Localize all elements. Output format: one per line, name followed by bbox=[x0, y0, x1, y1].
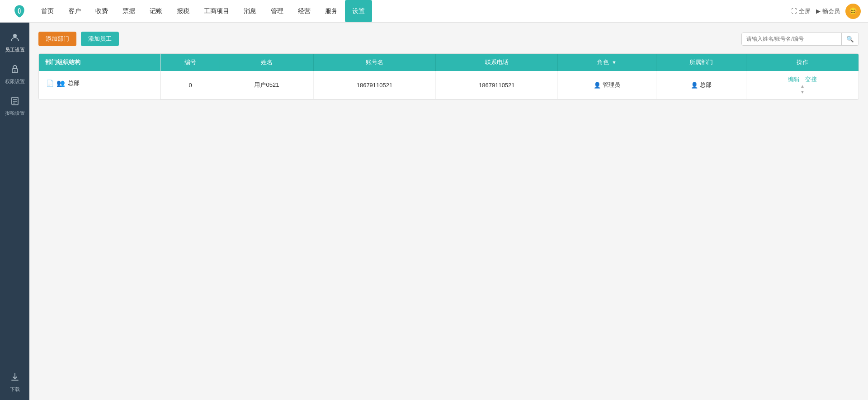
search-icon: 🔍 bbox=[846, 36, 854, 42]
member-icon: ▶ bbox=[816, 8, 821, 14]
arrow-up[interactable]: ▲ bbox=[800, 84, 805, 89]
member-label: 畅会员 bbox=[822, 7, 840, 15]
col-phone: 联系电话 bbox=[436, 54, 558, 71]
nav-invoice[interactable]: 票据 bbox=[115, 0, 142, 22]
nav-billing[interactable]: 收费 bbox=[88, 0, 115, 22]
col-actions: 操作 bbox=[746, 54, 859, 71]
department-tree: 部门组织结构 📄 👥 总部 bbox=[39, 54, 161, 99]
transfer-link[interactable]: 交接 bbox=[805, 76, 817, 83]
nav-business[interactable]: 工商项目 bbox=[197, 0, 236, 22]
cell-phone: 18679110521 bbox=[436, 71, 558, 99]
table-header-row: 编号 姓名 账号名 联系电话 角色 ▼ 所属部门 操作 bbox=[161, 54, 859, 71]
search-bar: 🔍 bbox=[741, 33, 859, 46]
dept-user-icon: 👥 bbox=[57, 79, 65, 87]
role-user-icon: 👤 bbox=[594, 82, 601, 89]
edit-link[interactable]: 编辑 bbox=[788, 76, 800, 83]
person-icon bbox=[10, 33, 20, 45]
sidebar: 员工设置 权限设置 报税设置 下载 bbox=[0, 23, 29, 400]
employee-table: 编号 姓名 账号名 联系电话 角色 ▼ 所属部门 操作 0用户052118679… bbox=[161, 54, 859, 99]
download-icon bbox=[10, 372, 20, 384]
fullscreen-icon: ⛶ bbox=[791, 8, 797, 14]
scroll-arrows: ▲ ▼ bbox=[752, 84, 853, 94]
svg-point-0 bbox=[13, 34, 17, 38]
sidebar-item-permissions-label: 权限设置 bbox=[5, 78, 25, 85]
sidebar-item-taxsettings-label: 报税设置 bbox=[5, 110, 25, 117]
nav-items: 首页 客户 收费 票据 记账 报税 工商项目 消息 管理 经营 服务 设置 bbox=[34, 0, 791, 22]
filter-icon[interactable]: ▼ bbox=[612, 60, 617, 65]
dept-tree-body: 📄 👥 总部 bbox=[39, 71, 160, 95]
report-icon bbox=[10, 96, 20, 108]
fullscreen-label: 全屏 bbox=[799, 7, 811, 15]
col-dept: 所属部门 bbox=[656, 54, 746, 71]
nav-right-actions: ⛶ 全屏 ▶ 畅会员 😊 bbox=[791, 4, 868, 19]
col-role[interactable]: 角色 ▼ bbox=[558, 54, 656, 71]
search-button[interactable]: 🔍 bbox=[841, 33, 859, 45]
search-input[interactable] bbox=[742, 33, 841, 45]
employee-table-wrapper: 编号 姓名 账号名 联系电话 角色 ▼ 所属部门 操作 0用户052118679… bbox=[161, 54, 859, 99]
col-name: 姓名 bbox=[220, 54, 314, 71]
sidebar-item-permissions[interactable]: 权限设置 bbox=[0, 59, 29, 90]
nav-home[interactable]: 首页 bbox=[34, 0, 61, 22]
col-account: 账号名 bbox=[313, 54, 435, 71]
sidebar-item-employee[interactable]: 员工设置 bbox=[0, 27, 29, 59]
cell-id: 0 bbox=[161, 71, 220, 99]
member-button[interactable]: ▶ 畅会员 bbox=[816, 7, 840, 15]
nav-message[interactable]: 消息 bbox=[236, 0, 264, 22]
main-content: 添加部门 添加员工 🔍 部门组织结构 📄 👥 总部 bbox=[29, 23, 868, 400]
table-row: 0用户05211867911052118679110521👤管理员👤总部 编辑 … bbox=[161, 71, 859, 99]
nav-tax[interactable]: 报税 bbox=[170, 0, 197, 22]
action-bar: 添加部门 添加员工 🔍 bbox=[38, 32, 859, 46]
content-panel: 部门组织结构 📄 👥 总部 编号 姓名 账号名 联系电话 bbox=[38, 53, 859, 100]
nav-customer[interactable]: 客户 bbox=[61, 0, 88, 22]
dept-root-label: 总部 bbox=[68, 79, 80, 87]
top-navigation: 首页 客户 收费 票据 记账 报税 工商项目 消息 管理 经营 服务 设置 ⛶ … bbox=[0, 0, 868, 23]
cell-name: 用户0521 bbox=[220, 71, 314, 99]
sidebar-item-download-label: 下载 bbox=[10, 386, 20, 393]
file-icon: 📄 bbox=[46, 80, 54, 87]
nav-operation[interactable]: 经营 bbox=[291, 0, 318, 22]
avatar-icon: 😊 bbox=[849, 7, 858, 15]
dept-user-icon: 👤 bbox=[691, 82, 698, 89]
logo bbox=[5, 3, 34, 19]
cell-role: 👤管理员 bbox=[558, 71, 656, 99]
nav-service[interactable]: 服务 bbox=[318, 0, 345, 22]
nav-accounting[interactable]: 记账 bbox=[142, 0, 170, 22]
sidebar-item-taxsettings[interactable]: 报税设置 bbox=[0, 90, 29, 122]
add-employee-button[interactable]: 添加员工 bbox=[81, 32, 119, 46]
svg-point-2 bbox=[14, 71, 15, 72]
dept-tree-header: 部门组织结构 bbox=[39, 54, 160, 71]
cell-dept: 👤总部 bbox=[656, 71, 746, 99]
fullscreen-button[interactable]: ⛶ 全屏 bbox=[791, 7, 811, 15]
cell-actions: 编辑 交接 ▲ ▼ bbox=[746, 71, 859, 99]
cell-account: 18679110521 bbox=[313, 71, 435, 99]
lock-icon bbox=[10, 64, 20, 76]
add-department-button[interactable]: 添加部门 bbox=[38, 32, 76, 46]
avatar[interactable]: 😊 bbox=[845, 4, 861, 19]
sidebar-item-download[interactable]: 下载 bbox=[0, 367, 29, 400]
dept-tree-item-root[interactable]: 📄 👥 总部 bbox=[43, 75, 156, 91]
col-id: 编号 bbox=[161, 54, 220, 71]
nav-settings[interactable]: 设置 bbox=[345, 0, 372, 22]
sidebar-item-employee-label: 员工设置 bbox=[5, 47, 25, 53]
arrow-down[interactable]: ▼ bbox=[800, 89, 805, 94]
nav-manage[interactable]: 管理 bbox=[264, 0, 291, 22]
